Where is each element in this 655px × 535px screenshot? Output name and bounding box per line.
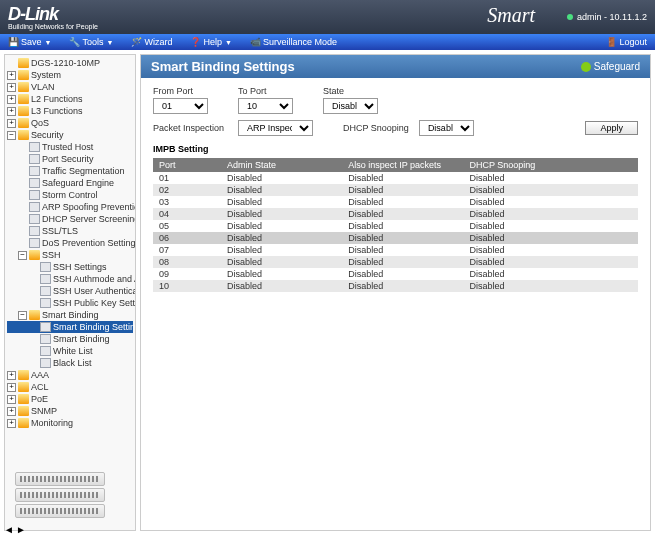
expand-icon[interactable]: + xyxy=(7,395,16,404)
from-port-select[interactable]: 01 xyxy=(153,98,208,114)
tree-dos-prevention[interactable]: DoS Prevention Settings xyxy=(7,237,133,249)
dhcp-snooping-select[interactable]: Disabled xyxy=(419,120,474,136)
table-cell: 09 xyxy=(153,268,221,280)
status-dot-icon xyxy=(567,14,573,20)
folder-icon xyxy=(29,250,40,260)
scroll-left-icon[interactable]: ◄ xyxy=(4,524,14,535)
app-header: D-Link Building Networks for People Smar… xyxy=(0,0,655,34)
page-icon xyxy=(29,154,40,164)
expand-icon[interactable]: + xyxy=(7,119,16,128)
page-icon xyxy=(40,346,51,356)
tree-dhcp-screening[interactable]: DHCP Server Screening xyxy=(7,213,133,225)
nav-sidebar: DGS-1210-10MP +System +VLAN +L2 Function… xyxy=(4,54,136,531)
expand-icon[interactable]: + xyxy=(7,419,16,428)
expand-icon[interactable]: + xyxy=(7,83,16,92)
table-row[interactable]: 02DisabledDisabledDisabled xyxy=(153,184,638,196)
state-select[interactable]: Disabled xyxy=(323,98,378,114)
tree-ssh-pubkey[interactable]: SSH Public Key Settings xyxy=(7,297,133,309)
expand-icon[interactable]: + xyxy=(7,407,16,416)
tree-root[interactable]: DGS-1210-10MP xyxy=(7,57,133,69)
tree-safeguard-engine[interactable]: Safeguard Engine xyxy=(7,177,133,189)
page-icon xyxy=(40,322,51,332)
toolbar: 💾 Save ▼ 🔧 Tools ▼ 🪄 Wizard ❓ Help ▼ 📹 S… xyxy=(0,34,655,50)
chevron-down-icon: ▼ xyxy=(106,39,113,46)
page-icon xyxy=(29,166,40,176)
tree-smart-binding-sub[interactable]: Smart Binding xyxy=(7,333,133,345)
tree-arp-spoofing[interactable]: ARP Spoofing Prevention xyxy=(7,201,133,213)
table-cell: 10 xyxy=(153,280,221,292)
page-icon xyxy=(29,202,40,212)
tools-menu[interactable]: 🔧 Tools ▼ xyxy=(69,37,113,47)
table-cell: Disabled xyxy=(221,172,342,184)
tree-smart-binding-settings[interactable]: Smart Binding Settings xyxy=(7,321,133,333)
tree-smart-binding[interactable]: −Smart Binding xyxy=(7,309,133,321)
tree-port-security[interactable]: Port Security xyxy=(7,153,133,165)
tree-aaa[interactable]: +AAA xyxy=(7,369,133,381)
table-row[interactable]: 01DisabledDisabledDisabled xyxy=(153,172,638,184)
col-also-inspect: Also inspect IP packets xyxy=(342,158,463,172)
expand-icon[interactable]: + xyxy=(7,71,16,80)
collapse-icon[interactable]: − xyxy=(7,131,16,140)
tree-qos[interactable]: +QoS xyxy=(7,117,133,129)
expand-icon[interactable]: + xyxy=(7,95,16,104)
apply-button[interactable]: Apply xyxy=(585,121,638,135)
expand-icon[interactable]: + xyxy=(7,107,16,116)
tree-ssh-authmode[interactable]: SSH Authmode and Algorithm xyxy=(7,273,133,285)
table-cell: 02 xyxy=(153,184,221,196)
tree-storm-control[interactable]: Storm Control xyxy=(7,189,133,201)
scroll-controls: ◄ ► xyxy=(4,524,26,535)
help-icon: ❓ xyxy=(190,37,200,47)
tree-acl[interactable]: +ACL xyxy=(7,381,133,393)
tree-vlan[interactable]: +VLAN xyxy=(7,81,133,93)
table-row[interactable]: 03DisabledDisabledDisabled xyxy=(153,196,638,208)
collapse-icon[interactable]: − xyxy=(18,311,27,320)
tree-monitoring[interactable]: +Monitoring xyxy=(7,417,133,429)
table-row[interactable]: 10DisabledDisabledDisabled xyxy=(153,280,638,292)
tree-snmp[interactable]: +SNMP xyxy=(7,405,133,417)
state-label: State xyxy=(323,86,378,96)
tree-l2[interactable]: +L2 Functions xyxy=(7,93,133,105)
table-cell: Disabled xyxy=(463,220,638,232)
expand-icon[interactable]: + xyxy=(7,383,16,392)
to-port-select[interactable]: 10 xyxy=(238,98,293,114)
table-cell: Disabled xyxy=(342,220,463,232)
collapse-icon[interactable]: − xyxy=(18,251,27,260)
table-cell: Disabled xyxy=(463,172,638,184)
tree-ssh-user-auth[interactable]: SSH User Authentication Lists xyxy=(7,285,133,297)
page-icon xyxy=(29,238,40,248)
tree-ssh[interactable]: −SSH xyxy=(7,249,133,261)
table-row[interactable]: 04DisabledDisabledDisabled xyxy=(153,208,638,220)
packet-inspection-select[interactable]: ARP Inspection xyxy=(238,120,313,136)
shield-icon xyxy=(581,62,591,72)
table-row[interactable]: 05DisabledDisabledDisabled xyxy=(153,220,638,232)
logout-button[interactable]: 🚪 Logout xyxy=(606,37,647,47)
table-row[interactable]: 08DisabledDisabledDisabled xyxy=(153,256,638,268)
surveillance-button[interactable]: 📹 Surveillance Mode xyxy=(250,37,337,47)
tree-ssh-settings[interactable]: SSH Settings xyxy=(7,261,133,273)
expand-icon[interactable]: + xyxy=(7,371,16,380)
tree-traffic-seg[interactable]: Traffic Segmentation xyxy=(7,165,133,177)
tree-black-list[interactable]: Black List xyxy=(7,357,133,369)
table-cell: Disabled xyxy=(221,208,342,220)
folder-icon xyxy=(18,70,29,80)
col-port: Port xyxy=(153,158,221,172)
table-cell: Disabled xyxy=(221,244,342,256)
tree-l3[interactable]: +L3 Functions xyxy=(7,105,133,117)
tree-poe[interactable]: +PoE xyxy=(7,393,133,405)
table-cell: 03 xyxy=(153,196,221,208)
tree-ssl-tls[interactable]: SSL/TLS xyxy=(7,225,133,237)
tree-security[interactable]: −Security xyxy=(7,129,133,141)
tree-trusted-host[interactable]: Trusted Host xyxy=(7,141,133,153)
col-admin-state: Admin State xyxy=(221,158,342,172)
brand-logo: D-Link Building Networks for People xyxy=(8,4,98,30)
table-row[interactable]: 06DisabledDisabledDisabled xyxy=(153,232,638,244)
page-icon xyxy=(40,274,51,284)
wizard-button[interactable]: 🪄 Wizard xyxy=(131,37,172,47)
table-row[interactable]: 09DisabledDisabledDisabled xyxy=(153,268,638,280)
tree-white-list[interactable]: White List xyxy=(7,345,133,357)
save-menu[interactable]: 💾 Save ▼ xyxy=(8,37,51,47)
scroll-right-icon[interactable]: ► xyxy=(16,524,26,535)
tree-system[interactable]: +System xyxy=(7,69,133,81)
help-menu[interactable]: ❓ Help ▼ xyxy=(190,37,231,47)
table-row[interactable]: 07DisabledDisabledDisabled xyxy=(153,244,638,256)
